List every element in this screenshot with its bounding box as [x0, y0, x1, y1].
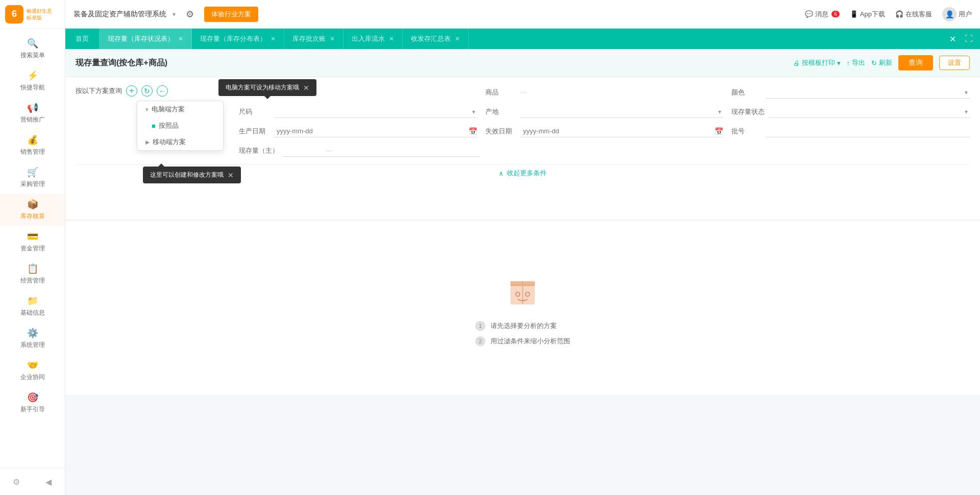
stock-status-select[interactable] [769, 106, 970, 118]
close-all-tabs-icon[interactable]: ✕ [945, 32, 960, 46]
field-origin: 产地 ▾ [485, 106, 724, 118]
tooltip2-close[interactable]: ✕ [228, 171, 234, 179]
maximize-icon[interactable]: ⛶ [962, 32, 976, 46]
messages-item[interactable]: 💬 消息 6 [805, 10, 840, 19]
field-exp-date: 失效日期 📅 [485, 125, 724, 137]
sidebar-item-quick[interactable]: ⚡ 快捷导航 [0, 65, 65, 97]
tooltip1-close[interactable]: ✕ [303, 84, 309, 92]
tab-summary[interactable]: 收发存汇总表 ✕ [403, 29, 469, 49]
inventory-icon: 📦 [27, 199, 38, 210]
tab-stock-dist[interactable]: 现存量（库存分布表） ✕ [192, 29, 284, 49]
reset-btn[interactable]: 设置 [939, 56, 970, 70]
export-btn[interactable]: ↑ 导出 [847, 58, 866, 67]
sidebar-label-inventory: 库存核算 [20, 212, 45, 221]
print-dropdown-icon: ▾ [837, 59, 841, 67]
add-scheme-btn[interactable]: + [126, 85, 137, 97]
sidebar-item-sales[interactable]: 💰 销售管理 [0, 129, 65, 161]
origin-select[interactable] [520, 106, 724, 118]
tree-sub-item-pinzhao[interactable]: ■ 按照品 [137, 117, 223, 134]
tab-batch-close[interactable]: ✕ [330, 35, 335, 42]
tree-item-mobile[interactable]: ▶ 移动端方案 [137, 134, 223, 150]
tab-stock-dist-close[interactable]: ✕ [271, 35, 276, 42]
refresh-btn[interactable]: ↻ 刷新 [871, 58, 892, 67]
print-label: 按模板打印 [802, 58, 835, 67]
sidebar-item-enterprise[interactable]: 🤝 企业协同 [0, 355, 65, 387]
message-label: 消息 [815, 10, 828, 19]
operation-icon: 📋 [27, 263, 38, 274]
sidebar: 6 畅通好生意 标准版 🔍 搜索菜单 ⚡ 快捷导航 📢 营销推广 💰 销售管理 … [0, 0, 65, 495]
user-label: 用户 [959, 10, 972, 19]
mfg-date-field: 📅 [274, 125, 477, 137]
tab-summary-close[interactable]: ✕ [455, 35, 460, 42]
batch-input[interactable] [766, 125, 970, 137]
empty-state-illustration [502, 270, 543, 311]
print-btn[interactable]: 🖨 按模板打印 ▾ [793, 58, 841, 67]
inventory-max-input[interactable] [334, 145, 375, 156]
filter-row-1: 仓库 ··· 商品 ··· 颜色 ▾ [239, 86, 970, 99]
mfg-date-input[interactable] [274, 125, 467, 137]
tab-summary-label: 收发存汇总表 [411, 34, 451, 43]
sidebar-label-system: 系统管理 [20, 341, 45, 349]
exp-date-input[interactable] [520, 125, 713, 137]
filter-row-4: 现存量（主） — [239, 145, 970, 157]
tooltip2-text: 这里可以创建和修改方案哦 [150, 171, 224, 179]
tree-desktop-label: 电脑端方案 [152, 105, 185, 114]
empty-step-1: 1 请先选择要分析的方案 [475, 321, 570, 331]
size-select[interactable] [274, 106, 477, 118]
goods-label: 商品 [485, 88, 516, 97]
tab-stock-status[interactable]: 现存量（库存状况表） ✕ [100, 29, 192, 49]
inventory-min-input[interactable] [283, 145, 324, 156]
tabbar-actions: ✕ ⛶ [941, 32, 980, 46]
refresh-scheme-btn[interactable]: ↻ [141, 85, 153, 97]
online-support-label: 在线客服 [905, 10, 932, 19]
user-item[interactable]: 👤 用户 [942, 7, 972, 21]
size-select-wrapper: ▾ [274, 106, 477, 118]
sidebar-item-purchase[interactable]: 🛒 采购管理 [0, 161, 65, 194]
tooltip-create-scheme: 这里可以创建和修改方案哦 ✕ [143, 167, 241, 183]
chevron-down-icon: ▾ [145, 106, 149, 113]
exp-calendar-icon[interactable]: 📅 [715, 127, 723, 135]
sidebar-item-finance[interactable]: 💳 资金管理 [0, 226, 65, 258]
sidebar-label-quick: 快捷导航 [20, 83, 45, 92]
app-download-item[interactable]: 📱 App下载 [850, 10, 885, 19]
sidebar-item-base[interactable]: 📁 基础信息 [0, 290, 65, 322]
sidebar-item-inventory[interactable]: 📦 库存核算 [0, 194, 65, 226]
mfg-calendar-icon[interactable]: 📅 [469, 127, 477, 135]
tab-home[interactable]: 首页 [65, 29, 100, 49]
sidebar-label-search: 搜索菜单 [20, 51, 45, 60]
brand-name: 畅通好生意 [27, 8, 52, 14]
topbar: 装备及固定资产辅助管理系统 ▾ ⚙ 体验行业方案 💬 消息 6 📱 App下载 … [65, 0, 980, 29]
tree-mobile-label: 移动端方案 [153, 137, 186, 147]
sidebar-item-operation[interactable]: 📋 经营管理 [0, 258, 65, 290]
base-icon: 📁 [27, 295, 38, 307]
phone-icon: 📱 [850, 10, 858, 18]
query-btn[interactable]: 查询 [898, 55, 933, 70]
tab-stock-status-close[interactable]: ✕ [178, 35, 183, 42]
tab-flow-close[interactable]: ✕ [389, 35, 394, 42]
stock-status-label: 现存量状态 [731, 107, 765, 116]
tree-item-desktop[interactable]: ▾ 电脑端方案 [137, 101, 223, 117]
online-support-item[interactable]: 🎧 在线客服 [895, 10, 932, 19]
back-scheme-btn[interactable]: ← [157, 85, 168, 97]
sidebar-item-search[interactable]: 🔍 搜索菜单 [0, 33, 65, 65]
topbar-settings-icon[interactable]: ⚙ [182, 6, 198, 22]
tab-flow[interactable]: 出入库流水 ✕ [344, 29, 403, 49]
sidebar-item-guide[interactable]: 🎯 新手引导 [0, 387, 65, 419]
collapse-sidebar-icon[interactable]: ◀ [41, 475, 56, 489]
tab-batch[interactable]: 库存批次账 ✕ [284, 29, 344, 49]
empty-step-2: 2 用过滤条件来缩小分析范围 [475, 336, 570, 346]
color-select[interactable] [766, 86, 970, 99]
print-icon: 🖨 [793, 59, 800, 67]
tooltip1-text: 电脑方案可设为移动方案哦 [226, 83, 299, 92]
sidebar-item-system[interactable]: ⚙️ 系统管理 [0, 322, 65, 355]
sidebar-item-marketing[interactable]: 📢 营销推广 [0, 97, 65, 129]
step1-text: 请先选择要分析的方案 [491, 321, 557, 331]
refresh-icon: ↻ [871, 59, 877, 67]
industry-btn[interactable]: 体验行业方案 [204, 7, 258, 22]
settings-bottom-icon[interactable]: ⚙ [9, 475, 23, 489]
step1-num: 1 [475, 321, 485, 331]
system-dropdown-icon[interactable]: ▾ [173, 11, 176, 18]
app-brand: 畅通好生意 标准版 [27, 8, 52, 21]
filter-label: 按以下方案查询 [76, 86, 122, 96]
stock-status-wrapper: ▾ [769, 106, 970, 118]
